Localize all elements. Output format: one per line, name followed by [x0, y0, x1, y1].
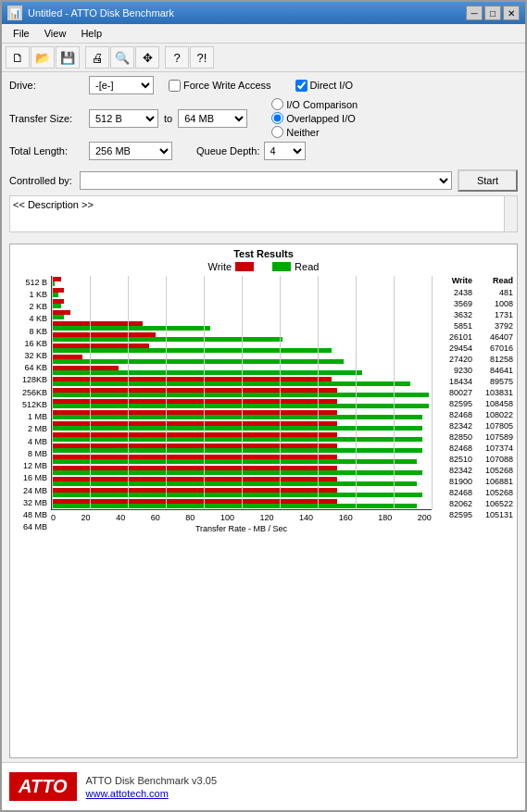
write-value: 82595	[435, 509, 472, 520]
row-label: 256KB	[14, 387, 47, 398]
read-bar	[52, 459, 417, 464]
direct-io-checkbox[interactable]	[295, 80, 307, 92]
force-write-checkbox[interactable]	[169, 80, 181, 92]
write-value: 82468	[435, 487, 472, 498]
table-row	[52, 476, 432, 487]
overlapped-io-row: Overlapped I/O	[271, 112, 358, 124]
value-row: 82062106522	[432, 498, 513, 509]
new-button[interactable]: 🗋	[6, 46, 30, 69]
write-value: 82342	[435, 465, 472, 476]
help-button[interactable]: ?	[165, 46, 189, 69]
table-row	[52, 454, 432, 465]
drive-select[interactable]: -[e-]	[89, 76, 154, 94]
row-label: 2 KB	[14, 301, 47, 312]
value-row: 923084641	[432, 365, 513, 376]
close-button[interactable]: ✕	[503, 6, 520, 20]
description-box: << Description >>	[9, 195, 518, 232]
neither-row: Neither	[271, 126, 358, 138]
transfer-from-select[interactable]: 512 B	[89, 109, 158, 128]
maximize-button[interactable]: □	[484, 6, 501, 20]
transfer-row: Transfer Size: 512 B to 64 MB I/O Compar…	[9, 98, 518, 138]
row-label: 8 KB	[14, 326, 47, 337]
read-bar	[52, 370, 362, 375]
chart-body: 512 B1 KB2 KB4 KB8 KB16 KB32 KB64 KB128K…	[14, 276, 513, 533]
move-button[interactable]: ✥	[135, 46, 159, 69]
atto-info: ATTO Disk Benchmark v3.05 www.attotech.c…	[86, 775, 217, 799]
value-row: 36321731	[432, 309, 513, 320]
value-row: 82595105131	[432, 509, 513, 520]
io-options: I/O Comparison Overlapped I/O Neither	[271, 98, 358, 138]
io-comparison-radio[interactable]	[271, 98, 283, 110]
table-row	[52, 487, 432, 498]
save-button[interactable]: 💾	[56, 46, 80, 69]
x-tick-label: 0	[51, 513, 56, 522]
open-button[interactable]: 📂	[31, 46, 55, 69]
row-label: 16 KB	[14, 338, 47, 349]
menu-file[interactable]: File	[6, 26, 37, 41]
app-icon: 📊	[7, 6, 22, 20]
atto-url[interactable]: www.attotech.com	[86, 788, 217, 799]
read-value: 106881	[476, 476, 513, 487]
controlled-label: Controlled by:	[9, 175, 72, 186]
toolbar: 🗋 📂 💾 🖨 🔍 ✥ ? ?!	[2, 44, 525, 72]
read-value: 107088	[476, 454, 513, 465]
write-value: 2438	[435, 287, 472, 298]
table-row	[52, 376, 432, 387]
value-row: 82468107374	[432, 443, 513, 454]
print-button[interactable]: 🖨	[85, 46, 109, 69]
value-row: 82510107088	[432, 454, 513, 465]
read-value: 1008	[476, 298, 513, 309]
menu-view[interactable]: View	[37, 26, 74, 41]
row-label: 24 MB	[14, 485, 47, 496]
queue-depth-select[interactable]: 4	[264, 142, 306, 160]
table-row	[52, 398, 432, 409]
values-right: Write Read 24384813569100836321731585137…	[432, 276, 513, 533]
length-row: Total Length: 256 MB Queue Depth: 4	[9, 142, 518, 160]
table-row	[52, 387, 432, 398]
overlapped-io-radio[interactable]	[271, 112, 283, 124]
write-value: 81900	[435, 476, 472, 487]
value-row: 82850107589	[432, 431, 513, 443]
transfer-to-select[interactable]: 64 MB	[178, 109, 247, 128]
start-button[interactable]: Start	[458, 169, 518, 192]
col-write-header: Write	[435, 276, 472, 285]
read-value: 107805	[476, 420, 513, 431]
right-options: Direct I/O	[295, 80, 353, 92]
value-row: 82595108458	[432, 398, 513, 409]
write-value: 82062	[435, 498, 472, 509]
description-scrollbar[interactable]	[504, 196, 517, 231]
main-window: 📊 Untitled - ATTO Disk Benchmark ─ □ ✕ F…	[0, 0, 527, 812]
table-row	[52, 420, 432, 431]
chart-container: Test Results Write Read 512 B1 KB2 KB4 K…	[9, 244, 518, 758]
title-bar-left: 📊 Untitled - ATTO Disk Benchmark	[7, 6, 174, 20]
footer: ATTO ATTO Disk Benchmark v3.05 www.attot…	[2, 762, 525, 810]
write-color-swatch	[235, 262, 254, 271]
value-row: 35691008	[432, 298, 513, 309]
write-value: 82468	[435, 443, 472, 454]
table-row	[52, 409, 432, 420]
read-color-swatch	[272, 262, 291, 271]
write-value: 26101	[435, 331, 472, 343]
controlled-select[interactable]	[80, 171, 452, 190]
row-label: 32 MB	[14, 497, 47, 508]
read-bar	[52, 504, 417, 508]
drive-label: Drive:	[9, 80, 83, 91]
menu-help[interactable]: Help	[73, 26, 109, 41]
write-value: 5851	[435, 320, 472, 331]
preview-button[interactable]: 🔍	[110, 46, 134, 69]
read-value: 105268	[476, 465, 513, 476]
read-value: 67016	[476, 343, 513, 354]
length-select[interactable]: 256 MB	[89, 142, 172, 160]
neither-radio[interactable]	[271, 126, 283, 138]
value-row: 2438481	[432, 287, 513, 298]
legend-write-label: Write	[208, 261, 232, 272]
help2-button[interactable]: ?!	[190, 46, 214, 69]
io-comparison-label: I/O Comparison	[286, 99, 358, 110]
read-value: 103831	[476, 387, 513, 398]
controlled-area: Start	[80, 169, 518, 192]
chart-section: Test Results Write Read 512 B1 KB2 KB4 K…	[2, 240, 525, 762]
table-row	[52, 298, 432, 309]
drive-row: Drive: -[e-] Force Write Access Direct I…	[9, 76, 518, 94]
minimize-button[interactable]: ─	[466, 6, 483, 20]
neither-label: Neither	[286, 127, 319, 138]
